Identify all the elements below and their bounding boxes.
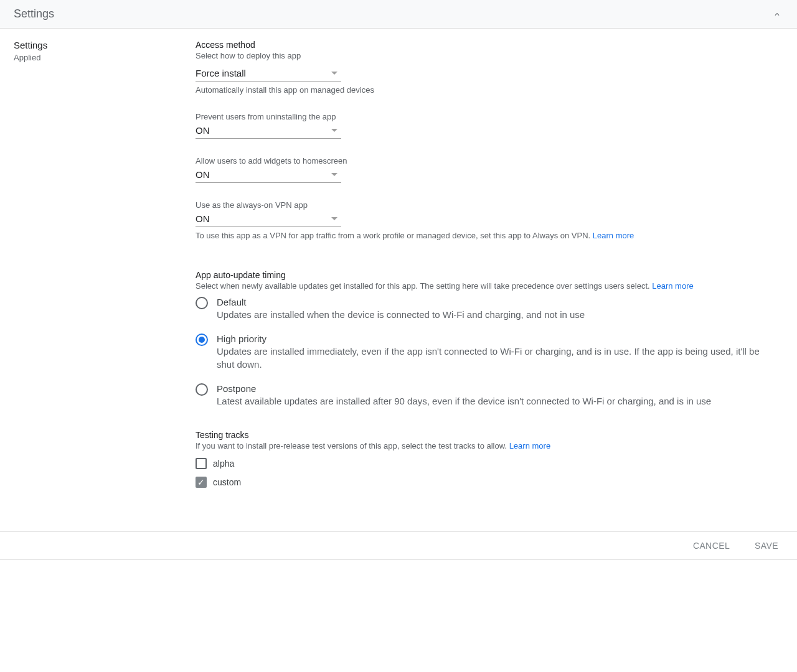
caret-down-icon — [331, 72, 337, 75]
radio-option-high-priority[interactable]: High priority Updates are installed imme… — [196, 334, 762, 371]
checkbox-custom[interactable]: ✓ custom — [196, 477, 762, 488]
radio-option-default[interactable]: Default Updates are installed when the d… — [196, 297, 762, 321]
checkbox-icon: ✓ — [196, 477, 207, 488]
access-method-select[interactable]: Force install — [196, 65, 341, 82]
radio-label: Default — [217, 297, 585, 307]
caret-down-icon — [331, 217, 337, 220]
save-button[interactable]: SAVE — [755, 541, 778, 551]
testing-tracks-title: Testing tracks — [196, 430, 762, 440]
widgets-value: ON — [196, 169, 210, 180]
vpn-select[interactable]: ON — [196, 211, 341, 227]
testing-learn-more-link[interactable]: Learn more — [509, 441, 550, 450]
radio-option-postpone[interactable]: Postpone Latest available updates are in… — [196, 383, 762, 408]
vpn-value: ON — [196, 213, 210, 224]
auto-update-desc: Select when newly available updates get … — [196, 281, 762, 291]
checkbox-label: alpha — [213, 459, 234, 469]
vpn-learn-more-link[interactable]: Learn more — [593, 231, 634, 240]
widgets-select[interactable]: ON — [196, 167, 341, 183]
radio-icon — [196, 334, 208, 346]
testing-tracks-desc: If you want to install pre-release test … — [196, 441, 762, 450]
collapse-button[interactable] — [771, 8, 783, 21]
checkbox-label: custom — [213, 477, 241, 487]
prevent-uninstall-value: ON — [196, 125, 210, 136]
checkbox-icon — [196, 458, 207, 469]
header: Settings — [0, 0, 797, 29]
checkbox-alpha[interactable]: alpha — [196, 458, 762, 469]
testing-tracks-desc-text: If you want to install pre-release test … — [196, 441, 509, 450]
radio-desc: Updates are installed when the device is… — [217, 309, 585, 321]
access-method-title: Access method — [196, 40, 762, 50]
caret-down-icon — [331, 173, 337, 176]
main-content: Access method Select how to deploy this … — [196, 29, 787, 513]
check-icon: ✓ — [197, 478, 205, 487]
sidebar-title: Settings — [14, 40, 182, 50]
auto-update-title: App auto-update timing — [196, 270, 762, 280]
auto-update-desc-text: Select when newly available updates get … — [196, 281, 652, 291]
widgets-label: Allow users to add widgets to homescreen — [196, 156, 762, 166]
vpn-label: Use as the always-on VPN app — [196, 200, 762, 210]
caret-down-icon — [331, 129, 337, 132]
radio-desc: Latest available updates are installed a… — [217, 395, 711, 408]
page-title: Settings — [14, 7, 54, 21]
sidebar-status: Applied — [14, 53, 182, 62]
radio-icon — [196, 297, 208, 309]
chevron-up-icon — [773, 10, 781, 19]
cancel-button[interactable]: CANCEL — [693, 541, 730, 551]
sidebar: Settings Applied — [0, 29, 196, 73]
vpn-hint-text: To use this app as a VPN for app traffic… — [196, 231, 593, 240]
access-method-value: Force install — [196, 68, 246, 78]
access-method-desc: Select how to deploy this app — [196, 51, 762, 60]
radio-label: High priority — [217, 334, 762, 344]
auto-update-learn-more-link[interactable]: Learn more — [652, 281, 693, 291]
radio-label: Postpone — [217, 383, 711, 394]
footer: CANCEL SAVE — [0, 531, 797, 560]
radio-icon — [196, 383, 208, 396]
vpn-hint: To use this app as a VPN for app traffic… — [196, 231, 762, 240]
access-method-hint: Automatically install this app on manage… — [196, 85, 762, 95]
radio-desc: Updates are installed immediately, even … — [217, 345, 762, 371]
prevent-uninstall-select[interactable]: ON — [196, 123, 341, 139]
prevent-uninstall-label: Prevent users from uninstalling the app — [196, 112, 762, 121]
